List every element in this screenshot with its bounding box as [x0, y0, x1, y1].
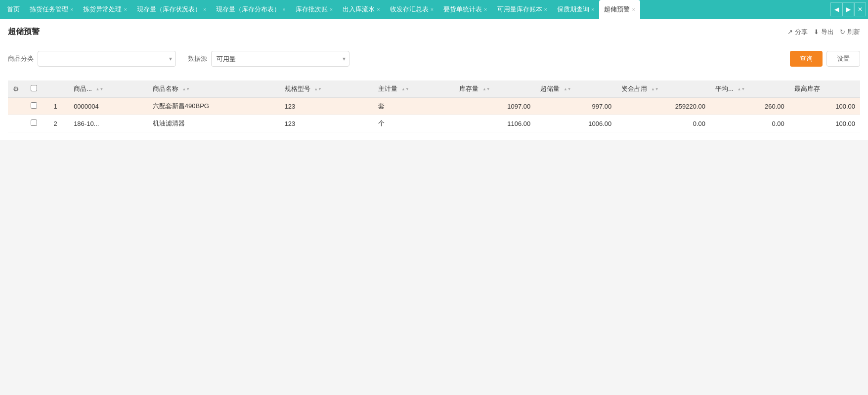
- page-container: 超储预警 ↗ 分享 ⬇ 导出 ↻ 刷新 商品分类: [0, 19, 868, 140]
- nav-summary[interactable]: 收发存汇总表 ×: [385, 0, 438, 19]
- nav-prev-arrow[interactable]: ◀: [830, 2, 842, 16]
- sort-icon: ▲▼: [738, 87, 745, 91]
- nav-inout-flow[interactable]: 出入库流水 ×: [338, 0, 385, 19]
- page-title: 超储预警: [8, 27, 40, 37]
- close-icon[interactable]: ×: [544, 6, 547, 12]
- close-icon[interactable]: ×: [591, 6, 594, 12]
- sort-icon: ▲▼: [564, 87, 571, 91]
- sort-icon: ▲▼: [651, 87, 659, 91]
- refresh-button[interactable]: ↻ 刷新: [840, 28, 860, 37]
- datasource-filter: 数据源 可用量 库存量: [188, 51, 349, 67]
- row-checkbox[interactable]: [31, 102, 37, 109]
- row-checkbox-cell: [26, 115, 42, 132]
- row-product-code: 0000004: [69, 98, 148, 115]
- th-num: [42, 80, 69, 98]
- close-icon[interactable]: ×: [203, 6, 206, 12]
- nav-close-arrow[interactable]: ✕: [854, 2, 866, 16]
- sort-icon: ▲▼: [96, 87, 104, 91]
- close-icon[interactable]: ×: [282, 6, 285, 12]
- row-spec: 123: [280, 98, 374, 115]
- nav-arrows: ◀ ▶ ✕: [830, 2, 866, 16]
- select-all-checkbox[interactable]: [31, 85, 37, 91]
- close-icon[interactable]: ×: [632, 6, 635, 12]
- th-max-stock[interactable]: 最高库存: [789, 80, 860, 98]
- topbar: 首页 拣货任务管理 × 拣货异常处理 × 现存量（库存状况表） × 现存量（库存…: [0, 0, 868, 19]
- row-over-stock: 1006.00: [535, 115, 616, 132]
- sort-icon: ▲▼: [314, 87, 322, 91]
- nav-stock-status[interactable]: 现存量（库存状况表） ×: [132, 0, 211, 19]
- row-gear-cell: [8, 115, 26, 132]
- row-capital-use: 259220.00: [616, 98, 710, 115]
- th-product-name[interactable]: 商品名称 ▲▼: [148, 80, 280, 98]
- filter-area: 商品分类 数据源 可用量 库存量 查询 设置: [8, 45, 860, 73]
- nav-stock-dist[interactable]: 现存量（库存分布表） ×: [211, 0, 290, 19]
- refresh-icon: ↻: [840, 28, 845, 36]
- table-header-row: ⚙ 商品... ▲▼ 商品名称 ▲▼ 规格型号 ▲▼: [8, 80, 860, 98]
- th-spec[interactable]: 规格型号 ▲▼: [280, 80, 374, 98]
- nav-available-book[interactable]: 可用量库存账本 ×: [492, 0, 552, 19]
- sort-icon: ▲▼: [182, 87, 190, 91]
- share-icon: ↗: [787, 28, 793, 36]
- row-product-name: 六配套新昌490BPG: [148, 98, 280, 115]
- table-row: 2 186-10... 机油滤清器 123 个 1106.00 1006.00 …: [8, 115, 860, 132]
- nav-quality-query[interactable]: 保质期查询 ×: [552, 0, 599, 19]
- query-button[interactable]: 查询: [790, 51, 823, 67]
- nav-home[interactable]: 首页: [2, 0, 25, 19]
- row-checkbox-cell: [26, 98, 42, 115]
- gear-icon[interactable]: ⚙: [13, 85, 19, 93]
- th-unit[interactable]: 主计量 ▲▼: [373, 80, 454, 98]
- close-icon[interactable]: ×: [330, 6, 333, 12]
- table-row: 1 0000004 六配套新昌490BPG 123 套 1097.00 997.…: [8, 98, 860, 115]
- page-header: 超储预警 ↗ 分享 ⬇ 导出 ↻ 刷新: [8, 27, 860, 37]
- nav-next-arrow[interactable]: ▶: [842, 2, 854, 16]
- category-label: 商品分类: [8, 54, 34, 63]
- datasource-select[interactable]: 可用量 库存量: [211, 51, 349, 67]
- th-stock[interactable]: 库存量 ▲▼: [454, 80, 535, 98]
- nav-batch-account[interactable]: 库存批次账 ×: [291, 0, 338, 19]
- export-button[interactable]: ⬇ 导出: [814, 28, 834, 37]
- close-icon[interactable]: ×: [70, 6, 73, 12]
- row-checkbox[interactable]: [31, 119, 37, 126]
- row-product-name: 机油滤清器: [148, 115, 280, 132]
- settings-button[interactable]: 设置: [826, 51, 860, 67]
- row-unit: 个: [373, 115, 454, 132]
- row-max-stock: 100.00: [789, 115, 860, 132]
- close-icon[interactable]: ×: [484, 6, 487, 12]
- row-over-stock: 997.00: [535, 98, 616, 115]
- close-icon[interactable]: ×: [124, 6, 127, 12]
- sort-icon: ▲▼: [401, 87, 409, 91]
- category-select-wrapper: [38, 51, 176, 67]
- nav-task-mgmt[interactable]: 拣货任务管理 ×: [25, 0, 78, 19]
- datasource-label: 数据源: [188, 54, 207, 63]
- row-spec: 123: [280, 115, 374, 132]
- row-unit: 套: [373, 98, 454, 115]
- nav-order-stats[interactable]: 要货单统计表 ×: [438, 0, 492, 19]
- filter-buttons: 查询 设置: [790, 51, 860, 67]
- category-filter: 商品分类: [8, 51, 176, 67]
- th-capital-use[interactable]: 资金占用 ▲▼: [616, 80, 710, 98]
- th-gear: ⚙: [8, 80, 26, 98]
- row-stock: 1097.00: [454, 98, 535, 115]
- row-avg: 260.00: [710, 98, 789, 115]
- th-avg[interactable]: 平均... ▲▼: [710, 80, 789, 98]
- category-select[interactable]: [38, 51, 176, 67]
- share-button[interactable]: ↗ 分享: [787, 28, 808, 37]
- header-actions: ↗ 分享 ⬇ 导出 ↻ 刷新: [787, 28, 860, 37]
- datasource-select-wrapper: 可用量 库存量: [211, 51, 349, 67]
- nav-over-stock[interactable]: 超储预警 ×: [599, 0, 640, 19]
- row-num: 2: [42, 115, 69, 132]
- close-icon[interactable]: ×: [431, 6, 434, 12]
- row-max-stock: 100.00: [789, 98, 860, 115]
- row-stock: 1106.00: [454, 115, 535, 132]
- row-gear-cell: [8, 98, 26, 115]
- row-num: 1: [42, 98, 69, 115]
- close-icon[interactable]: ×: [377, 6, 380, 12]
- export-icon: ⬇: [814, 28, 819, 36]
- th-product-code[interactable]: 商品... ▲▼: [69, 80, 148, 98]
- row-capital-use: 0.00: [616, 115, 710, 132]
- nav-exception[interactable]: 拣货异常处理 ×: [78, 0, 131, 19]
- sort-icon: ▲▼: [482, 87, 490, 91]
- th-over-stock[interactable]: 超储量 ▲▼: [535, 80, 616, 98]
- data-table: ⚙ 商品... ▲▼ 商品名称 ▲▼ 规格型号 ▲▼: [8, 80, 860, 132]
- row-avg: 0.00: [710, 115, 789, 132]
